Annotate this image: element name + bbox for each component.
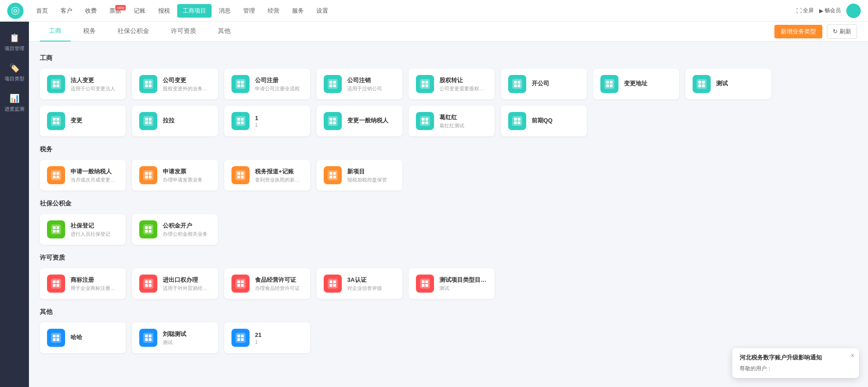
service-card-shuiwu-0[interactable]: 申请一般纳税人当月或次月成变更完成 (40, 160, 126, 191)
service-card-qita-2[interactable]: 211 (224, 322, 310, 353)
svg-rect-91 (53, 226, 56, 229)
content-area: 工商法人变更适用于公司变更法人公司变更股权变更外的业务变更公司注册申请公司注册全… (29, 42, 868, 371)
service-card-gongshang-0[interactable]: 法人变更适用于公司变更法人 (40, 69, 126, 99)
svg-rect-24 (425, 84, 428, 87)
svg-rect-118 (330, 284, 332, 287)
card-desc-qita-2: 1 (255, 339, 303, 345)
card-title-gongshang-7: 测试 (716, 79, 764, 88)
nav-item-设置[interactable]: 设置 (311, 4, 334, 18)
tab-工商[interactable]: 工商 (40, 22, 71, 42)
card-desc-shuiwu-3: 报税加税控盘保管 (347, 177, 395, 183)
service-card-gongshang-9[interactable]: 拉拉 (132, 106, 218, 136)
tab-税务[interactable]: 税务 (74, 22, 105, 42)
member-button[interactable]: ▶ 畅会员 (819, 7, 841, 14)
notification-close-button[interactable]: × (851, 352, 854, 359)
nav-item-首页[interactable]: 首页 (31, 4, 53, 18)
service-card-xuke-3[interactable]: 3A认证对企业信誉评级 (316, 268, 402, 299)
svg-rect-122 (425, 280, 428, 283)
service-card-xuke-2[interactable]: 食品经营许可证办理食品经营许可证 (224, 268, 310, 299)
nav-item-票据[interactable]: 票据new (104, 4, 127, 18)
nav-item-收费[interactable]: 收费 (80, 4, 102, 18)
card-desc-xuke-2: 办理食品经营许可证 (255, 285, 303, 292)
notification-title: 河北税务数字账户升级影响通知 (740, 354, 852, 362)
service-card-xuke-0[interactable]: 商标注册用于企业商标注册服务 (40, 268, 126, 299)
refresh-button[interactable]: ↻ 刷新 (827, 24, 857, 39)
service-card-gongshang-6[interactable]: 变更地址 (593, 69, 679, 99)
nav-item-工商项目[interactable]: 工商项目 (177, 4, 212, 18)
service-card-gongshang-7[interactable]: 测试 (685, 69, 771, 99)
svg-rect-48 (145, 121, 148, 124)
sidebar-item-2[interactable]: 📊进度监测 (3, 89, 26, 116)
svg-rect-80 (236, 170, 245, 180)
service-card-shebao-1[interactable]: 公积金开户办理公积金相关业务 (132, 214, 218, 245)
sidebar-icon-2: 📊 (9, 93, 20, 104)
svg-rect-33 (606, 84, 609, 87)
service-card-gongshang-5[interactable]: 开公司 (501, 69, 587, 99)
tab-其他[interactable]: 其他 (209, 22, 240, 42)
card-title-gongshang-3: 公司注销 (347, 76, 395, 84)
nav-item-经营[interactable]: 经营 (262, 4, 285, 18)
service-card-gongshang-8[interactable]: 变更 (40, 106, 126, 136)
nav-item-服务[interactable]: 服务 (287, 4, 309, 18)
svg-rect-119 (333, 284, 336, 287)
card-icon-qita-0 (47, 329, 65, 347)
tab-社保公积金[interactable]: 社保公积金 (108, 22, 158, 42)
card-icon-gongshang-1 (139, 75, 157, 93)
card-desc-gongshang-4: 公司变更需要股权转让 (439, 85, 487, 92)
svg-rect-94 (57, 230, 59, 233)
svg-rect-9 (149, 84, 151, 87)
svg-rect-54 (241, 121, 244, 124)
service-card-gongshang-4[interactable]: 股权转让公司变更需要股权转让 (409, 69, 495, 99)
service-card-xuke-4[interactable]: 测试项目类型目定义测试 (409, 268, 495, 299)
card-desc-gongshang-3: 适用于注销公司 (347, 85, 395, 92)
logo[interactable] (7, 3, 24, 19)
svg-rect-79 (149, 176, 151, 178)
svg-rect-15 (328, 79, 338, 89)
svg-rect-18 (330, 84, 332, 87)
card-desc-gongshang-10: 1 (255, 122, 303, 128)
card-desc-shuiwu-2: 拿到营业执照的新公司 (255, 177, 303, 183)
card-title-qita-2: 21 (255, 331, 303, 338)
card-icon-gongshang-11 (324, 112, 342, 130)
service-card-gongshang-12[interactable]: 葛红红葛红红测试 (409, 106, 495, 136)
svg-rect-41 (53, 118, 56, 121)
svg-rect-72 (57, 172, 59, 175)
service-card-qita-0[interactable]: 哈哈 (40, 322, 126, 353)
service-card-xuke-1[interactable]: 进出口权办理适用于对外贸易经营者 (132, 268, 218, 299)
service-card-shuiwu-3[interactable]: 新项目报税加税控盘保管 (316, 160, 402, 191)
sidebar-item-0[interactable]: 📋项目管理 (3, 29, 26, 56)
card-title-gongshang-8: 变更 (71, 117, 118, 125)
service-card-gongshang-3[interactable]: 公司注销适用于注销公司 (316, 69, 402, 99)
nav-item-客户[interactable]: 客户 (55, 4, 78, 18)
tab-许可资质[interactable]: 许可资质 (162, 22, 205, 42)
add-type-button[interactable]: 新增业务类型 (774, 25, 822, 38)
svg-rect-137 (241, 335, 244, 337)
nav-item-报税[interactable]: 报税 (153, 4, 175, 18)
fullscreen-button[interactable]: ⛶ 全屏 (796, 7, 814, 14)
service-card-gongshang-2[interactable]: 公司注册申请公司注册全流程 (224, 69, 310, 99)
svg-rect-82 (241, 172, 244, 175)
fullscreen-label: 全屏 (803, 7, 814, 14)
svg-rect-67 (518, 118, 520, 121)
service-card-shuiwu-2[interactable]: 税务报道+记账拿到营业执照的新公司 (224, 160, 310, 191)
logo-icon (10, 6, 20, 16)
nav-item-管理[interactable]: 管理 (238, 4, 260, 18)
svg-rect-40 (51, 116, 61, 126)
sidebar-item-1[interactable]: 🏷️项目类型 (3, 59, 26, 86)
service-card-gongshang-10[interactable]: 11 (224, 106, 310, 136)
sidebar-icon-1: 🏷️ (9, 63, 20, 74)
service-card-shebao-0[interactable]: 社保登记进行人员社保登记 (40, 214, 126, 245)
svg-rect-46 (145, 118, 148, 121)
service-card-shuiwu-1[interactable]: 申请发票办理申请发票业务 (132, 160, 218, 191)
card-icon-xuke-3 (324, 275, 342, 293)
service-card-gongshang-1[interactable]: 公司变更股权变更外的业务变更 (132, 69, 218, 99)
svg-rect-59 (333, 121, 336, 124)
svg-rect-60 (420, 116, 430, 126)
service-card-qita-1[interactable]: 刘聪测试测试 (132, 322, 218, 353)
nav-item-消息[interactable]: 消息 (213, 4, 236, 18)
avatar[interactable] (846, 4, 861, 18)
service-card-gongshang-11[interactable]: 变更一般纳税人 (316, 106, 402, 136)
service-card-gongshang-13[interactable]: 前期QQ (501, 106, 587, 136)
nav-item-记账[interactable]: 记账 (128, 4, 151, 18)
card-icon-xuke-1 (139, 275, 157, 293)
